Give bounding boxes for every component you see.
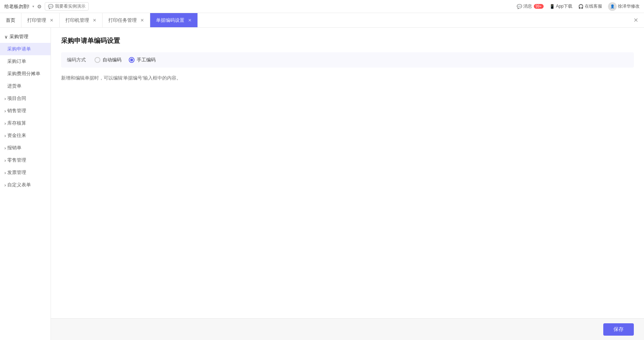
content-footer: 保存 xyxy=(51,318,644,340)
app-icon: 📱 xyxy=(549,4,555,9)
expand-icon: › xyxy=(4,158,6,163)
tab-print-task-mgmt[interactable]: 打印任务管理 ✕ xyxy=(103,13,150,27)
sidebar-item-purchase-request[interactable]: 采购申请单 xyxy=(0,43,51,55)
tab-close-printer-mgmt[interactable]: ✕ xyxy=(93,18,96,23)
encode-setting-row: 编码方式 自动编码 手工编码 xyxy=(61,52,634,68)
sidebar: ∨ 采购管理 采购申请单 采购订单 采购费用分摊单 进货单 › 项目合同 › 销… xyxy=(0,28,51,340)
sidebar-group-project-contract[interactable]: › 项目合同 xyxy=(0,92,51,105)
brand-dropdown-icon[interactable]: ▾ xyxy=(32,4,34,8)
main-layout: ∨ 采购管理 采购申请单 采购订单 采购费用分摊单 进货单 › 项目合同 › 销… xyxy=(0,28,644,340)
tab-barcode-setting[interactable]: 单据编码设置 ✕ xyxy=(150,13,198,27)
message-badge: 99+ xyxy=(534,4,544,9)
avatar: 👤 xyxy=(608,2,617,11)
encode-label: 编码方式 xyxy=(67,57,86,63)
close-all-tabs-button[interactable]: ✕ xyxy=(628,13,644,27)
expand-icon: › xyxy=(4,96,6,101)
sidebar-group-refund[interactable]: › 报销单 xyxy=(0,142,51,154)
top-bar: 给老板勿割! ▾ ⚙ 我要看实例演示 💬 消息 99+ 📱 App下载 🎧 在线… xyxy=(0,0,644,13)
sidebar-group-finance[interactable]: › 资金往来 xyxy=(0,129,51,142)
online-service-button[interactable]: 🎧 在线客服 xyxy=(578,3,602,9)
content-area: 采购申请单编码设置 编码方式 自动编码 手工编码 新增和编辑单据时，可 xyxy=(51,28,644,340)
radio-group: 自动编码 手工编码 xyxy=(95,57,156,63)
page-title: 采购申请单编码设置 xyxy=(61,36,634,45)
tab-home[interactable]: 首页 xyxy=(0,13,21,27)
sidebar-item-purchase-expense[interactable]: 采购费用分摊单 xyxy=(0,68,51,80)
brand-label: 给老板勿割! xyxy=(4,3,29,10)
message-icon: 💬 xyxy=(517,4,522,9)
tab-printer-mgmt[interactable]: 打印机管理 ✕ xyxy=(60,13,103,27)
radio-manual[interactable]: 手工编码 xyxy=(129,57,156,63)
sidebar-group-inventory[interactable]: › 库存核算 xyxy=(0,117,51,129)
expand-icon: › xyxy=(4,170,6,175)
sidebar-group-retail-mgmt[interactable]: › 零售管理 xyxy=(0,154,51,166)
tab-close-print-mgmt[interactable]: ✕ xyxy=(50,18,53,23)
sidebar-group-sales-mgmt[interactable]: › 销售管理 xyxy=(0,105,51,117)
collapse-icon: ∨ xyxy=(4,34,8,40)
tab-close-print-task-mgmt[interactable]: ✕ xyxy=(140,18,144,23)
content-main: 采购申请单编码设置 编码方式 自动编码 手工编码 新增和编辑单据时，可 xyxy=(51,28,644,318)
sidebar-group-custom-form[interactable]: › 自定义表单 xyxy=(0,179,51,191)
sidebar-item-purchase-order[interactable]: 采购订单 xyxy=(0,55,51,68)
demo-link[interactable]: 我要看实例演示 xyxy=(45,2,89,11)
radio-manual-circle[interactable] xyxy=(129,57,135,63)
sidebar-item-stock-in[interactable]: 进货单 xyxy=(0,80,51,92)
message-button[interactable]: 💬 消息 99+ xyxy=(517,3,544,9)
expand-icon: › xyxy=(4,108,6,114)
user-avatar-button[interactable]: 👤 徐泽华修改 xyxy=(608,2,640,11)
save-button[interactable]: 保存 xyxy=(603,323,634,336)
expand-icon: › xyxy=(4,182,6,188)
tab-print-mgmt[interactable]: 打印管理 ✕ xyxy=(21,13,60,27)
app-download-button[interactable]: 📱 App下载 xyxy=(549,3,572,9)
radio-auto-circle[interactable] xyxy=(95,57,100,63)
sidebar-group-purchase-mgmt[interactable]: ∨ 采购管理 xyxy=(0,31,51,43)
tab-bar: 首页 打印管理 ✕ 打印机管理 ✕ 打印任务管理 ✕ 单据编码设置 ✕ ✕ xyxy=(0,13,644,28)
service-icon: 🎧 xyxy=(578,4,584,9)
tab-close-barcode-setting[interactable]: ✕ xyxy=(188,18,192,23)
sidebar-group-invoice-mgmt[interactable]: › 发票管理 xyxy=(0,166,51,179)
hint-text: 新增和编辑单据时，可以编辑'单据编号'输入框中的内容。 xyxy=(61,75,634,81)
expand-icon: › xyxy=(4,121,6,126)
expand-icon: › xyxy=(4,145,6,151)
radio-auto[interactable]: 自动编码 xyxy=(95,57,121,63)
expand-icon: › xyxy=(4,133,6,138)
gear-icon[interactable]: ⚙ xyxy=(37,4,42,9)
